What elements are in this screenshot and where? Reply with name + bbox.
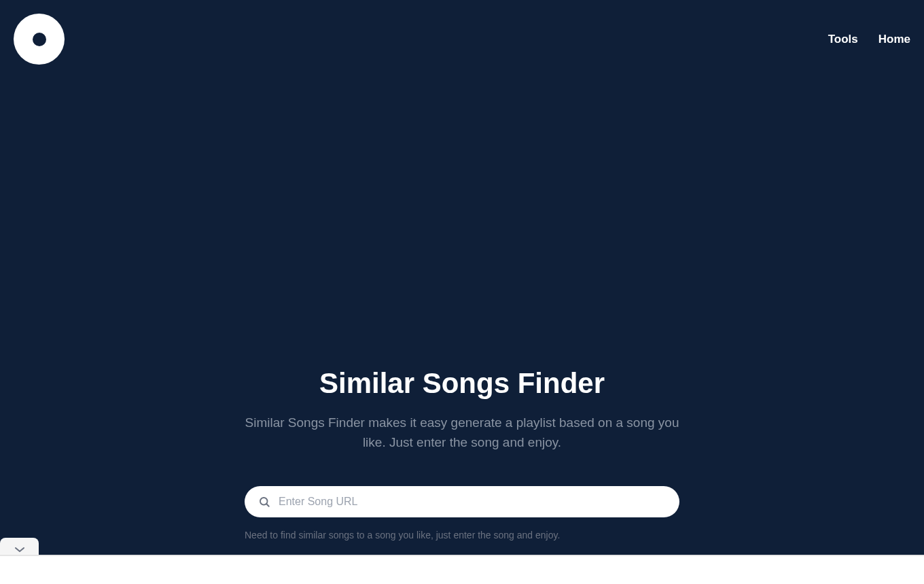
bottom-bar <box>0 555 924 584</box>
page-title: Similar Songs Finder <box>319 367 605 400</box>
logo[interactable] <box>14 14 65 65</box>
nav: Tools Home <box>828 33 910 46</box>
logo-inner-dot <box>33 33 46 46</box>
nav-link-home[interactable]: Home <box>878 33 910 46</box>
page-description: Similar Songs Finder makes it easy gener… <box>245 413 679 452</box>
main-content: Similar Songs Finder Similar Songs Finde… <box>245 367 679 540</box>
svg-line-1 <box>266 504 269 506</box>
nav-link-tools[interactable]: Tools <box>828 33 858 46</box>
helper-text: Need to find similar songs to a song you… <box>245 530 679 540</box>
search-icon <box>258 496 270 508</box>
chevron-down-icon <box>14 543 25 550</box>
header: Tools Home <box>0 0 924 78</box>
search-container <box>245 486 679 517</box>
song-url-input[interactable] <box>279 496 666 508</box>
expand-tab[interactable] <box>0 538 39 555</box>
